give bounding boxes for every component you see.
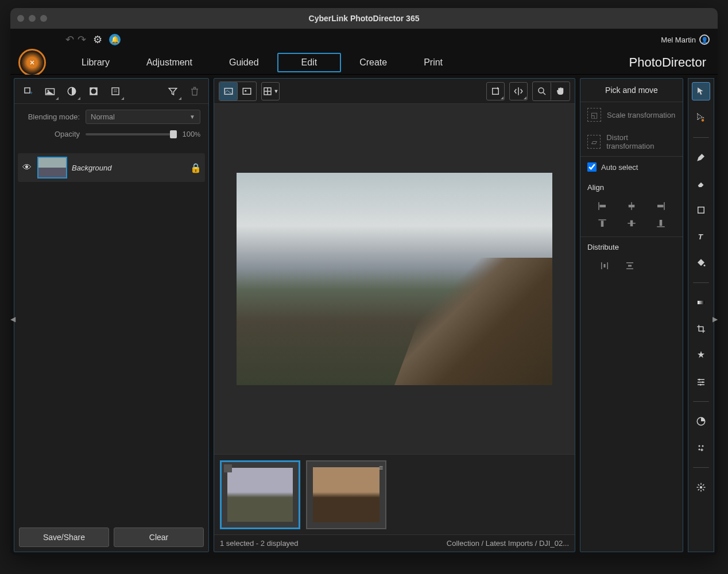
svg-rect-26 [630,220,633,227]
align-center-v-button[interactable] [625,218,638,228]
svg-rect-18 [599,205,606,208]
svg-rect-1 [25,88,30,93]
stack-badge-icon: ≡ [379,464,383,472]
lock-icon[interactable]: 🔒 [190,162,202,173]
auto-select-input[interactable] [587,162,597,172]
grid-toggle-button[interactable]: ▼ [261,82,280,100]
rotate-button[interactable] [486,82,505,100]
align-left-button[interactable] [595,201,609,211]
flip-button[interactable] [509,82,528,100]
sliders-tool-button[interactable] [692,373,710,391]
edit-badge-icon [224,464,232,472]
redo-button[interactable]: ↷ [78,33,86,46]
svg-rect-39 [698,301,704,304]
thumbnail-1[interactable] [220,460,300,529]
effects-tool-button[interactable] [692,346,710,364]
main-image [237,173,552,385]
tab-print[interactable]: Print [405,53,461,72]
selection-tool-button[interactable] [692,108,710,127]
maximize-window-button[interactable] [40,15,47,22]
align-bottom-button[interactable] [654,218,668,228]
undo-button[interactable]: ↶ [65,33,74,46]
app-window: CyberLink PhotoDirector 365 ↶ ↷ ⚙ 🔔 Mel … [10,8,718,556]
add-image-layer-button[interactable] [41,82,59,100]
view-mode-compare-button[interactable] [238,82,256,100]
tab-library[interactable]: Library [63,53,128,72]
pan-tool-button[interactable] [551,82,570,100]
svg-rect-22 [657,205,664,208]
svg-text:T: T [698,232,704,241]
heal-tool-button[interactable] [692,439,710,457]
filmstrip: ≡ [214,454,575,534]
shape-tool-button[interactable] [692,201,710,219]
user-avatar-icon: 👤 [699,34,710,45]
delete-layer-button[interactable] [185,82,204,100]
tab-create[interactable]: Create [341,53,405,72]
distribute-h-button[interactable] [598,261,611,271]
align-right-button[interactable] [654,201,668,211]
mask-button[interactable] [84,82,103,100]
align-top-button[interactable] [595,218,609,228]
preferences-button[interactable] [692,478,710,497]
layer-row-background[interactable]: 👁 Background 🔒 [18,153,205,182]
tab-adjustment[interactable]: Adjustment [128,53,211,72]
svg-point-47 [699,445,700,447]
minimize-window-button[interactable] [29,15,36,22]
layer-options-button[interactable] [106,82,125,100]
collapse-left-icon[interactable]: ◀ [10,315,16,323]
svg-text:+: + [30,90,33,96]
auto-select-checkbox[interactable]: Auto select [580,156,683,177]
distort-transformation-button[interactable]: ▱ Distort transformation [580,127,683,156]
status-bar: 1 selected - 2 displayed Collection / La… [214,534,575,552]
layer-name: Background [72,164,185,172]
view-mode-single-button[interactable] [219,82,238,100]
distribute-v-button[interactable] [623,261,637,271]
canvas-viewport[interactable] [214,104,575,454]
svg-line-16 [543,92,545,95]
align-horizontal-row [580,197,683,215]
distribute-row [580,257,683,274]
save-share-button[interactable]: Save/Share [19,528,109,547]
svg-rect-12 [243,88,251,94]
close-window-button[interactable] [17,15,24,22]
opacity-slider[interactable] [86,133,177,135]
thumbnail-2[interactable]: ≡ [306,460,386,529]
layer-thumbnail[interactable] [37,157,67,179]
zoom-tool-button[interactable] [533,82,551,100]
opacity-label: Opacity [22,130,80,138]
adjustment-layer-button[interactable] [63,82,81,100]
settings-icon[interactable]: ⚙ [93,33,102,46]
svg-point-45 [700,384,702,386]
brand-label: PhotoDirector [629,55,706,70]
distort-icon: ▱ [587,135,601,149]
top-toolbar: ↶ ↷ ⚙ 🔔 Mel Martin 👤 [10,29,718,51]
gradient-tool-button[interactable] [692,293,710,312]
notification-icon[interactable]: 🔔 [109,34,121,45]
tab-edit[interactable]: Edit [277,53,342,72]
align-center-h-button[interactable] [625,201,638,211]
collapse-right-icon[interactable]: ▶ [712,315,718,323]
add-layer-button[interactable]: + [19,82,37,100]
pen-tool-button[interactable] [692,148,710,166]
align-vertical-row [580,215,683,232]
text-tool-button[interactable]: T [692,227,710,246]
tab-guided[interactable]: Guided [211,53,277,72]
scale-transformation-button[interactable]: ◱ Scale transformation [580,102,683,127]
clear-button[interactable]: Clear [114,528,204,547]
app-logo-icon[interactable] [18,49,46,76]
move-tool-button[interactable] [692,82,710,100]
filter-layers-button[interactable] [164,82,182,100]
fill-tool-button[interactable] [692,254,710,272]
window-controls [17,15,47,22]
svg-point-38 [704,265,706,266]
blur-tool-button[interactable] [692,412,710,430]
visibility-toggle-icon[interactable]: 👁 [21,162,33,173]
crop-tool-button[interactable] [692,320,710,338]
user-account[interactable]: Mel Martin 👤 [661,34,710,45]
svg-point-13 [245,90,246,91]
align-label: Align [580,177,683,197]
svg-point-48 [702,445,704,447]
blending-mode-select[interactable]: Normal▼ [86,110,200,124]
eraser-tool-button[interactable] [692,174,710,193]
history-controls: ↶ ↷ [65,33,86,46]
